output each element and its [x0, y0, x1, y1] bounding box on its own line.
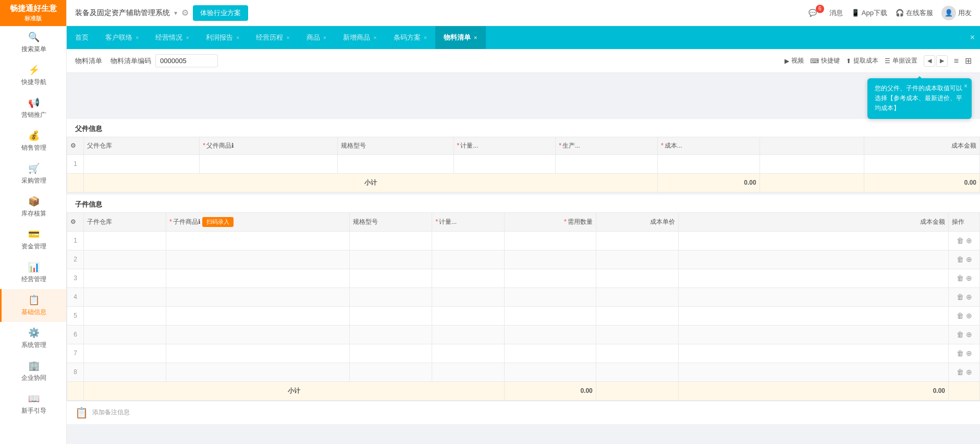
shortcut-action[interactable]: ⌨ 快捷键 [810, 56, 840, 65]
nav-tab-1[interactable]: 客户联络× [97, 26, 147, 49]
child-spec-cell-4[interactable] [350, 287, 432, 306]
sidebar-item-system[interactable]: ⚙️系统管理 [0, 322, 66, 355]
nav-tab-8[interactable]: 物料清单× [435, 26, 485, 49]
child-warehouse-cell-1[interactable] [84, 231, 166, 250]
child-unit-cell-3[interactable] [432, 269, 505, 287]
child-unit-cell-6[interactable] [432, 325, 505, 344]
sidebar-item-operations[interactable]: 📊经营管理 [0, 256, 66, 289]
parent-product-cell[interactable] [200, 154, 338, 173]
parent-prod-cell[interactable] [556, 154, 658, 173]
child-unit-cost-cell-5[interactable] [596, 306, 678, 325]
child-unit-cell-2[interactable] [432, 250, 505, 269]
copy-icon-6[interactable]: ⊕ [966, 330, 972, 339]
dropdown-arrow-icon[interactable]: ▾ [174, 9, 177, 17]
child-warehouse-cell-4[interactable] [84, 287, 166, 306]
child-product-cell-8[interactable] [166, 363, 350, 381]
video-action[interactable]: ▶ 视频 [785, 56, 804, 65]
child-unit-cost-cell-1[interactable] [596, 231, 678, 250]
tab-close-1[interactable]: × [136, 34, 139, 41]
sidebar-item-marketing[interactable]: 📢营销推广 [0, 92, 66, 125]
grid-view-icon[interactable]: ≡ [954, 56, 959, 66]
copy-icon-3[interactable]: ⊕ [966, 274, 972, 282]
sidebar-item-inventory[interactable]: 📦库存核算 [0, 190, 66, 223]
copy-icon-4[interactable]: ⊕ [966, 293, 972, 301]
child-unit-cost-cell-6[interactable] [596, 325, 678, 344]
nav-tab-0[interactable]: 首页 [67, 26, 97, 49]
child-qty-cell-7[interactable] [505, 344, 596, 363]
delete-icon-1[interactable]: 🗑 [957, 236, 964, 245]
next-arrow[interactable]: ▶ [936, 55, 948, 67]
scan-input-btn[interactable]: 扫码录入 [202, 217, 234, 227]
child-unit-cost-cell-8[interactable] [596, 363, 678, 381]
sidebar-item-purchase[interactable]: 🛒采购管理 [0, 158, 66, 190]
settings-icon[interactable]: ⚙ [181, 8, 189, 18]
code-input[interactable] [155, 54, 218, 67]
child-unit-cell-4[interactable] [432, 287, 505, 306]
child-warehouse-cell-7[interactable] [84, 344, 166, 363]
child-spec-cell-5[interactable] [350, 306, 432, 325]
list-view-icon[interactable]: ⊞ [965, 56, 972, 66]
app-download-action[interactable]: 📱 App下载 [851, 8, 887, 18]
child-product-cell-6[interactable] [166, 325, 350, 344]
copy-icon-7[interactable]: ⊕ [966, 349, 972, 357]
child-spec-cell-3[interactable] [350, 269, 432, 287]
tab-close-4[interactable]: × [286, 34, 289, 41]
copy-icon-8[interactable]: ⊕ [966, 368, 972, 376]
nav-tab-2[interactable]: 经营情况× [147, 26, 197, 49]
child-qty-cell-2[interactable] [505, 250, 596, 269]
child-warehouse-cell-3[interactable] [84, 269, 166, 287]
tab-close-5[interactable]: × [323, 34, 326, 41]
sidebar-item-sales[interactable]: 💰销售管理 [0, 125, 66, 158]
delete-icon-6[interactable]: 🗑 [957, 330, 964, 339]
child-unit-cost-cell-3[interactable] [596, 269, 678, 287]
parent-unit-cell[interactable] [454, 154, 556, 173]
child-product-cell-3[interactable] [166, 269, 350, 287]
nav-tab-7[interactable]: 条码方案× [385, 26, 435, 49]
extract-cost-action[interactable]: ⬆ 提取成本 [846, 56, 878, 65]
delete-icon-8[interactable]: 🗑 [957, 368, 964, 376]
tooltip-close-btn[interactable]: × [964, 81, 967, 91]
child-unit-cell-5[interactable] [432, 306, 505, 325]
child-product-cell-1[interactable] [166, 231, 350, 250]
child-unit-cell-7[interactable] [432, 344, 505, 363]
user-action[interactable]: 👤 用友 [941, 6, 972, 20]
delete-icon-2[interactable]: 🗑 [957, 255, 964, 263]
parent-spec-cell[interactable] [338, 154, 454, 173]
trial-button[interactable]: 体验行业方案 [193, 5, 248, 21]
copy-icon-5[interactable]: ⊕ [966, 311, 972, 320]
parent-cost-cell[interactable] [657, 154, 760, 173]
child-settings-th[interactable]: ⚙ [67, 212, 84, 231]
nav-tab-3[interactable]: 利润报告× [198, 26, 248, 49]
delete-icon-4[interactable]: 🗑 [957, 293, 964, 301]
tab-close-3[interactable]: × [236, 34, 239, 41]
tab-close-6[interactable]: × [373, 34, 376, 41]
sidebar-item-basic[interactable]: 📋基础信息 [0, 289, 66, 322]
child-qty-cell-4[interactable] [505, 287, 596, 306]
child-spec-cell-8[interactable] [350, 363, 432, 381]
child-unit-cost-cell-2[interactable] [596, 250, 678, 269]
parent-settings-th[interactable]: ⚙ [67, 137, 84, 154]
copy-icon-1[interactable]: ⊕ [966, 236, 972, 245]
child-spec-cell-6[interactable] [350, 325, 432, 344]
child-unit-cell-8[interactable] [432, 363, 505, 381]
sidebar-item-guide[interactable]: 📖新手引导 [0, 388, 66, 421]
single-settings-action[interactable]: ☰ 单据设置 [885, 56, 917, 65]
message-action[interactable]: 💬 6 消息 [808, 8, 843, 18]
delete-icon-7[interactable]: 🗑 [957, 349, 964, 357]
delete-icon-3[interactable]: 🗑 [957, 274, 964, 282]
tab-close-7[interactable]: × [424, 34, 427, 41]
nav-tab-5[interactable]: 商品× [298, 26, 335, 49]
copy-icon-2[interactable]: ⊕ [966, 255, 972, 263]
child-product-cell-7[interactable] [166, 344, 350, 363]
tab-close-2[interactable]: × [186, 34, 189, 41]
sidebar-item-enterprise[interactable]: 🏢企业协同 [0, 355, 66, 388]
child-unit-cell-1[interactable] [432, 231, 505, 250]
sidebar-item-search[interactable]: 🔍搜索菜单 [0, 26, 66, 59]
child-product-cell-5[interactable] [166, 306, 350, 325]
delete-icon-5[interactable]: 🗑 [957, 311, 964, 320]
parent-warehouse-cell[interactable] [84, 154, 200, 173]
child-product-cell-4[interactable] [166, 287, 350, 306]
nav-tab-6[interactable]: 新增商品× [335, 26, 385, 49]
child-warehouse-cell-8[interactable] [84, 363, 166, 381]
sidebar-item-finance[interactable]: 💳资金管理 [0, 223, 66, 256]
